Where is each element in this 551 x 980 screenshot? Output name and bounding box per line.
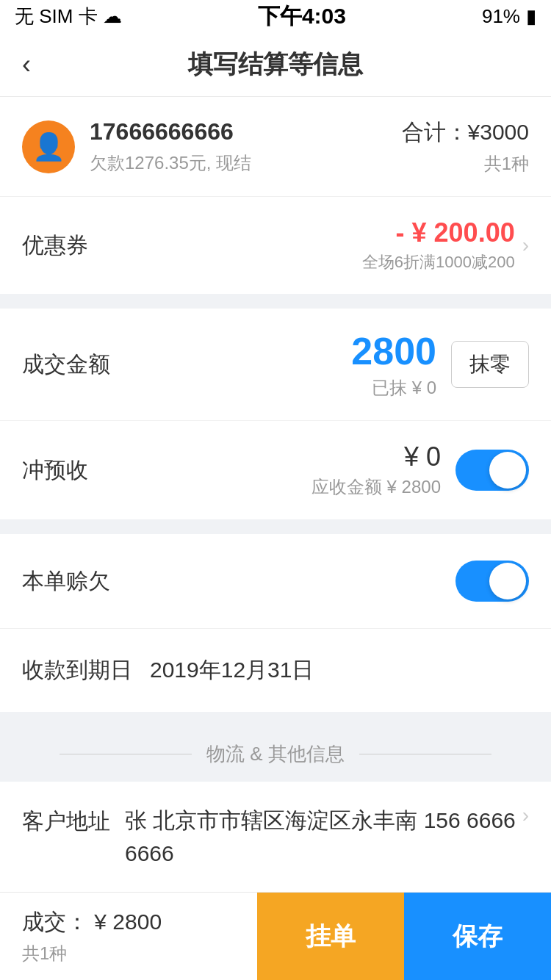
save-button[interactable]: 保存 — [404, 893, 551, 981]
customer-row: 👤 17666666666 欠款1276.35元, 现结 合计：¥3000 共1… — [0, 97, 551, 196]
coupon-row[interactable]: 优惠券 - ¥ 200.00 全场6折满1000减200 › — [0, 196, 551, 294]
deal-erased-label: 已抹 ¥ 0 — [351, 376, 436, 400]
customer-total: 合计：¥3000 共1种 — [402, 118, 529, 176]
duedate-value: 2019年12月31日 — [150, 655, 314, 685]
status-bar: 无 SIM 卡 ☁ 下午4:03 91% ▮ — [0, 0, 551, 32]
battery-level: 91% — [482, 5, 520, 28]
footer-count-label: 共1种 — [22, 942, 235, 965]
advance-label: 冲预收 — [22, 455, 88, 486]
address-label: 客户地址 — [22, 804, 110, 837]
content-area: 👤 17666666666 欠款1276.35元, 现结 合计：¥3000 共1… — [0, 97, 551, 980]
coupon-discount: - ¥ 200.00 — [362, 217, 515, 248]
logistics-line-right — [359, 754, 491, 754]
logistics-section-label: 物流 & 其他信息 — [206, 741, 345, 767]
deal-amount-label: 成交金额 — [22, 350, 110, 380]
coupon-info: - ¥ 200.00 全场6折满1000减200 — [362, 217, 515, 273]
duedate-label: 收款到期日 — [22, 655, 132, 685]
total-amount: 合计：¥3000 — [402, 118, 529, 148]
address-chevron-icon: › — [522, 804, 529, 827]
nav-bar: ‹ 填写结算等信息 — [0, 32, 551, 97]
back-button[interactable]: ‹ — [22, 49, 31, 80]
deal-amount-card: 成交金额 2800 已抹 ¥ 0 抹零 冲预收 ¥ 0 应收金额 ¥ 2800 — [0, 309, 551, 519]
advance-amount-block: ¥ 0 应收金额 ¥ 2800 — [311, 442, 441, 499]
coupon-label: 优惠券 — [22, 231, 88, 261]
deal-amount-row: 成交金额 2800 已抹 ¥ 0 抹零 — [0, 309, 551, 420]
arrear-toggle[interactable] — [455, 561, 529, 602]
page-title: 填写结算等信息 — [188, 48, 363, 82]
arrear-label: 本单赊欠 — [22, 566, 110, 597]
pending-button[interactable]: 挂单 — [257, 893, 404, 981]
sim-status: 无 SIM 卡 ☁ — [15, 4, 122, 29]
chevron-right-icon: › — [522, 234, 529, 257]
footer-info: 成交： ¥ 2800 共1种 — [0, 907, 257, 965]
logistics-header: 物流 & 其他信息 — [0, 727, 551, 782]
advance-amount: ¥ 0 — [311, 442, 441, 472]
coupon-desc: 全场6折满1000减200 — [362, 251, 515, 273]
avatar-icon: 👤 — [32, 131, 65, 162]
duedate-row: 收款到期日 2019年12月31日 — [0, 628, 551, 712]
customer-debt: 欠款1276.35元, 现结 — [90, 151, 251, 175]
footer-bar: 成交： ¥ 2800 共1种 挂单 保存 — [0, 892, 551, 980]
customer-phone: 17666666666 — [90, 118, 251, 145]
advance-receivable: 应收金额 ¥ 2800 — [311, 475, 441, 499]
customer-card: 👤 17666666666 欠款1276.35元, 现结 合计：¥3000 共1… — [0, 97, 551, 294]
footer-deal-label: 成交： ¥ 2800 — [22, 907, 235, 937]
customer-left: 👤 17666666666 欠款1276.35元, 现结 — [22, 118, 251, 175]
arrear-card: 本单赊欠 收款到期日 2019年12月31日 — [0, 534, 551, 712]
status-left: 无 SIM 卡 ☁ — [15, 4, 122, 29]
logistics-line-left — [60, 754, 192, 754]
advance-toggle[interactable] — [455, 450, 529, 491]
address-value: 张 北京市市辖区海淀区永丰南 156 6666 6666 — [125, 804, 522, 870]
advance-row: 冲预收 ¥ 0 应收金额 ¥ 2800 — [0, 420, 551, 519]
round-button[interactable]: 抹零 — [451, 341, 529, 388]
address-row[interactable]: 客户地址 张 北京市市辖区海淀区永丰南 156 6666 6666 › — [0, 782, 551, 892]
toggle-circle — [489, 452, 526, 489]
deal-amount-block: 2800 已抹 ¥ 0 — [351, 329, 436, 400]
avatar: 👤 — [22, 120, 75, 173]
arrear-row: 本单赊欠 — [0, 534, 551, 628]
battery-icon: ▮ — [526, 5, 536, 28]
deal-amount-value: 2800 — [351, 329, 436, 373]
deal-amount-right: 2800 已抹 ¥ 0 抹零 — [351, 329, 529, 400]
status-time: 下午4:03 — [258, 1, 346, 32]
status-right: 91% ▮ — [482, 5, 536, 28]
total-count: 共1种 — [402, 152, 529, 176]
arrear-toggle-circle — [489, 563, 526, 599]
customer-info: 17666666666 欠款1276.35元, 现结 — [90, 118, 251, 175]
coupon-right: - ¥ 200.00 全场6折满1000减200 › — [362, 217, 529, 273]
advance-right: ¥ 0 应收金额 ¥ 2800 — [311, 442, 529, 499]
address-card: 客户地址 张 北京市市辖区海淀区永丰南 156 6666 6666 › — [0, 782, 551, 892]
